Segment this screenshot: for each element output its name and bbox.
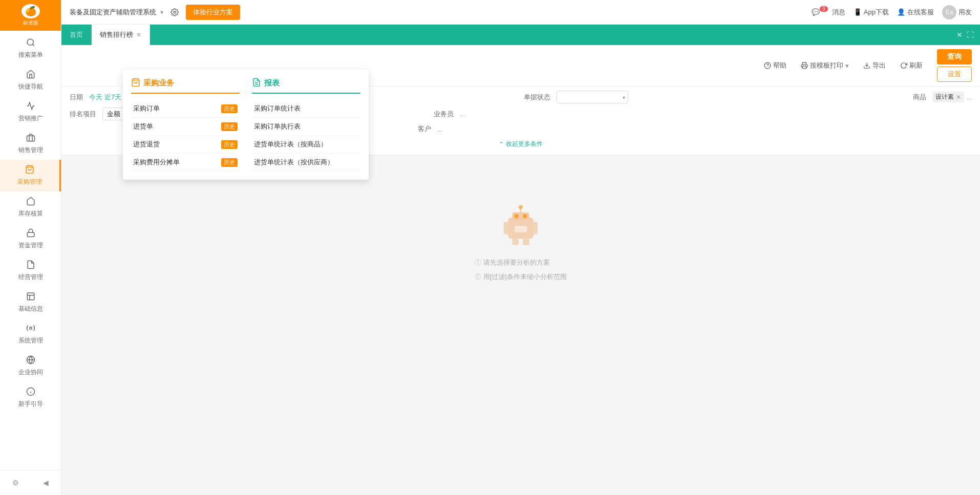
sidebar-item-guide[interactable]: 新手引导	[0, 382, 61, 414]
dropdown-item-receipt-stat-goods[interactable]: 进货单统计表（按商品）	[252, 136, 360, 154]
report-section-icon	[252, 78, 261, 89]
goods-tag-design: 设计素 ✕	[932, 92, 964, 102]
sidebar-item-operations[interactable]: 经营管理	[0, 255, 61, 287]
tab-home[interactable]: 首页	[61, 25, 92, 45]
purchase-section-icon	[131, 78, 140, 89]
svg-point-18	[523, 214, 527, 218]
inventory-icon	[26, 197, 35, 208]
svg-rect-22	[523, 239, 529, 245]
messages-label: 消息	[832, 8, 845, 17]
online-service-label: 在线客服	[907, 8, 934, 17]
dropdown-item-purchase-order[interactable]: 采购订单 历史	[131, 100, 240, 118]
purchase-order-exec-label: 采购订单执行表	[254, 122, 301, 131]
sidebar-item-marketing[interactable]: 营销推广	[0, 96, 61, 128]
user-label: 用友	[958, 8, 972, 17]
sidebar-settings-btn[interactable]: ⚙	[8, 477, 23, 489]
svg-point-7	[29, 327, 32, 330]
tab-sales-rank[interactable]: 销售排行榜 ✕	[92, 25, 150, 45]
sidebar-item-label: 新手引导	[18, 400, 43, 408]
export-btn[interactable]: 导出	[859, 59, 890, 72]
sidebar-collapse-btn[interactable]: ◀	[39, 477, 53, 489]
goods-dots-btn[interactable]: ...	[966, 93, 972, 101]
print-btn[interactable]: 按模板打印 ▾	[797, 59, 853, 72]
sidebar-item-purchase[interactable]: 采购管理	[0, 160, 61, 191]
settings-btn[interactable]: 设置	[937, 67, 972, 82]
sidebar-item-label: 采购管理	[17, 178, 42, 186]
date-7days[interactable]: 近7天	[104, 93, 121, 102]
svg-rect-20	[534, 222, 538, 234]
salesperson-dots-btn[interactable]: ...	[460, 110, 465, 118]
sidebar-item-label: 经营管理	[18, 273, 43, 282]
tab-minimize-icon[interactable]: ✕	[956, 31, 963, 39]
online-service-btn[interactable]: 👤 在线客服	[897, 8, 934, 17]
app-download-btn[interactable]: 📱 App下载	[854, 8, 889, 17]
dropdown-item-goods-return[interactable]: 进货退货 历史	[131, 136, 240, 154]
refresh-btn[interactable]: 刷新	[896, 59, 927, 72]
print-dropdown-arrow[interactable]: ▾	[845, 62, 849, 70]
tab-maximize-icon[interactable]: ⛶	[967, 31, 974, 39]
customer-label: 客户	[418, 124, 431, 134]
tab-close-icon[interactable]: ✕	[136, 31, 141, 38]
receipt-stat-goods-label: 进货单统计表（按商品）	[254, 140, 327, 149]
order-status-select-wrapper: ▾	[557, 91, 628, 103]
messages-icon: 💬	[812, 8, 820, 16]
sidebar: 🍊 标准版 搜索菜单 快捷导航 营销推广 销售管理	[0, 0, 61, 495]
topbar-dropdown-arrow[interactable]: ▾	[160, 9, 163, 16]
dropdown-item-purchase-expense[interactable]: 采购费用分摊单 历史	[131, 154, 240, 171]
order-status-select[interactable]	[557, 91, 628, 103]
sidebar-item-system[interactable]: 系统管理	[0, 318, 61, 350]
sidebar-item-inventory[interactable]: 库存核算	[0, 191, 61, 223]
basic-info-icon	[26, 292, 35, 303]
svg-rect-23	[515, 226, 527, 232]
topbar-settings-btn[interactable]	[167, 5, 182, 19]
dropdown-item-purchase-order-stat[interactable]: 采购订单统计表	[252, 100, 360, 118]
svg-point-11	[174, 11, 176, 13]
sidebar-item-basic-info[interactable]: 基础信息	[0, 287, 61, 318]
content-area: 帮助 按模板打印 ▾ 导出 刷新 查询 设置 日	[61, 45, 980, 495]
sidebar-item-sales[interactable]: 销售管理	[0, 128, 61, 160]
svg-rect-1	[27, 136, 34, 141]
sidebar-item-label: 营销推广	[18, 114, 43, 123]
sidebar-item-search[interactable]: 搜索菜单	[0, 33, 61, 64]
dropdown-purchase-title-text: 采购业务	[143, 78, 174, 88]
help-btn[interactable]: 帮助	[760, 59, 791, 72]
search-icon	[26, 38, 35, 49]
messages-btn[interactable]: 💬 9 消息	[812, 8, 845, 17]
topbar-right: 💬 9 消息 📱 App下载 👤 在线客服 Ea 用友	[812, 5, 972, 19]
dropdown-item-purchase-order-exec[interactable]: 采购订单执行表	[252, 118, 360, 136]
phone-icon: 📱	[854, 8, 862, 16]
empty-illustration	[495, 196, 546, 247]
date-today[interactable]: 今天	[89, 93, 102, 102]
sidebar-item-label: 销售管理	[18, 146, 43, 155]
dropdown-report-title-text: 报表	[264, 78, 280, 88]
operations-icon	[26, 260, 35, 271]
order-status-label: 单据状态	[524, 93, 550, 102]
rank-item-label: 排名项目	[70, 110, 96, 119]
purchase-expense-label: 采购费用分摊单	[133, 158, 180, 167]
messages-badge: 9	[820, 6, 828, 12]
refresh-label: 刷新	[909, 61, 923, 70]
topbar: 装备及固定资产辅助管理系统 ▾ 体验行业方案 💬 9 消息 📱 App下载 👤 …	[61, 0, 980, 25]
sidebar-item-quick-nav[interactable]: 快捷导航	[0, 64, 61, 96]
sales-icon	[26, 133, 35, 144]
svg-rect-21	[512, 239, 519, 245]
marketing-icon	[26, 101, 35, 113]
empty-tips: 请先选择要分析的方案 用[过滤]条件来缩小分析范围	[475, 255, 567, 284]
purchase-dropdown-menu: 采购业务 采购订单 历史 进货单 历史 进货退货 历史 采购费用分摊单 历史	[123, 70, 369, 180]
service-icon: 👤	[897, 8, 905, 16]
sidebar-item-finance[interactable]: 资金管理	[0, 223, 61, 255]
customer-dots-btn[interactable]: ...	[437, 125, 443, 133]
finance-icon	[26, 228, 35, 240]
user-avatar-btn[interactable]: Ea 用友	[942, 5, 972, 19]
empty-state: 请先选择要分析的方案 用[过滤]条件来缩小分析范围	[61, 155, 980, 325]
dropdown-item-receipt-stat-supplier[interactable]: 进货单统计表（按供应商）	[252, 154, 360, 171]
query-btn[interactable]: 查询	[937, 49, 972, 64]
main-area: 装备及固定资产辅助管理系统 ▾ 体验行业方案 💬 9 消息 📱 App下载 👤 …	[61, 0, 980, 495]
dropdown-item-goods-receipt[interactable]: 进货单 历史	[131, 118, 240, 136]
sidebar-item-label: 库存核算	[18, 209, 43, 218]
industry-btn[interactable]: 体验行业方案	[186, 5, 240, 20]
collapse-up-icon: ⌃	[499, 141, 504, 148]
tab-home-label: 首页	[70, 30, 83, 39]
sidebar-item-enterprise[interactable]: 企业协同	[0, 350, 61, 382]
goods-tag-close-icon[interactable]: ✕	[956, 94, 961, 101]
